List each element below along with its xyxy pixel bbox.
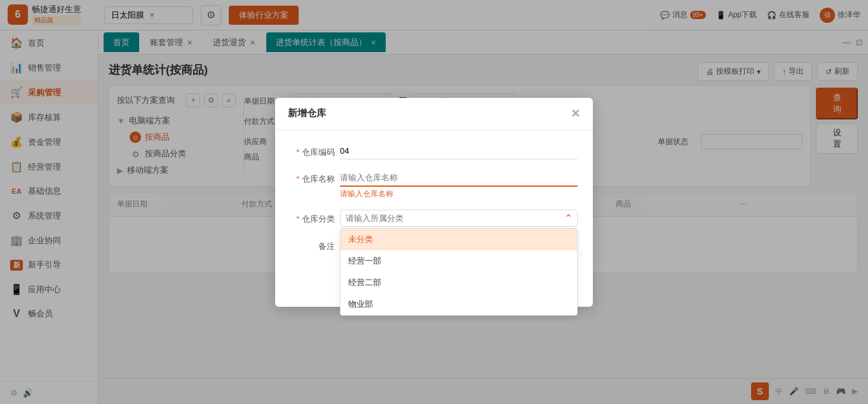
name-error-message: 请输入仓库名称 bbox=[340, 189, 578, 199]
new-warehouse-modal: 新增仓库 ✕ * 仓库编码 * 仓库名称 bbox=[275, 98, 593, 307]
modal-title: 新增仓库 bbox=[288, 107, 326, 119]
warehouse-code-input[interactable] bbox=[340, 143, 578, 159]
modal-close-button[interactable]: ✕ bbox=[571, 107, 580, 121]
classification-field: ⌃ 未分类 经营一部 经营二部 物业部 bbox=[340, 210, 578, 227]
classification-toggle-icon[interactable]: ⌃ bbox=[564, 212, 573, 224]
notes-label: 备注 bbox=[290, 237, 335, 252]
name-label: * 仓库名称 bbox=[290, 170, 335, 185]
classification-input[interactable] bbox=[340, 210, 578, 227]
modal-body: * 仓库编码 * 仓库名称 请输入仓库名称 bbox=[275, 130, 593, 270]
name-field: 请输入仓库名称 bbox=[340, 170, 578, 199]
dropdown-item-dept3[interactable]: 物业部 bbox=[341, 293, 577, 315]
classification-label: * 仓库分类 bbox=[290, 210, 335, 225]
dropdown-item-uncategorized[interactable]: 未分类 bbox=[341, 229, 577, 250]
code-label: * 仓库编码 bbox=[290, 143, 335, 158]
form-row-classification: * 仓库分类 ⌃ 未分类 经营一部 经营二部 物业部 bbox=[290, 210, 578, 227]
warehouse-name-input[interactable] bbox=[340, 170, 578, 187]
classification-dropdown: 未分类 经营一部 经营二部 物业部 bbox=[340, 228, 578, 316]
dropdown-item-dept2[interactable]: 经营二部 bbox=[341, 272, 577, 293]
modal-header: 新增仓库 ✕ bbox=[275, 98, 593, 130]
form-row-code: * 仓库编码 bbox=[290, 143, 578, 159]
code-field bbox=[340, 143, 578, 159]
dropdown-item-dept1[interactable]: 经营一部 bbox=[341, 250, 577, 272]
form-row-name: * 仓库名称 请输入仓库名称 bbox=[290, 170, 578, 199]
modal-overlay[interactable]: 新增仓库 ✕ * 仓库编码 * 仓库名称 bbox=[0, 0, 868, 404]
